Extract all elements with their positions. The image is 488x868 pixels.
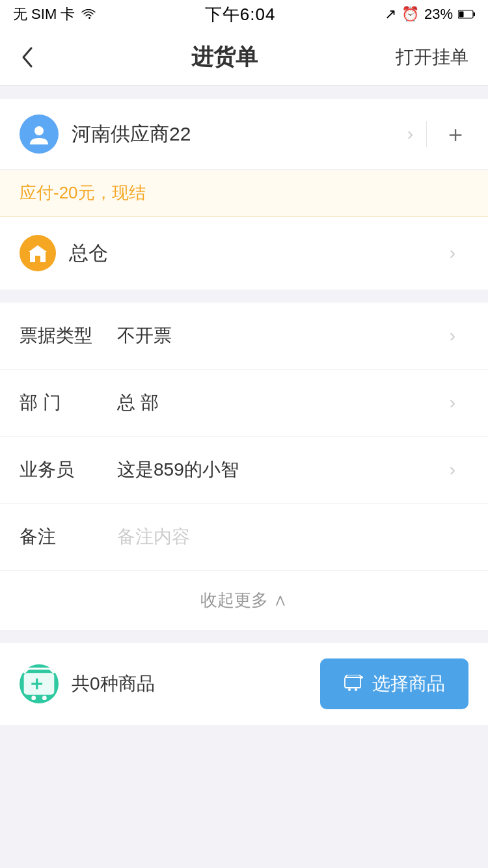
svg-point-16 [355, 688, 357, 691]
salesperson-value: 这是859的小智 [98, 457, 450, 482]
supplier-chevron-icon: › [407, 124, 413, 144]
supplier-section: 河南供应商22 › ＋ 应付-20元，现结 总仓 › [0, 99, 488, 290]
nav-title: 进货单 [59, 42, 390, 72]
invoice-type-row[interactable]: 票据类型 不开票 › [0, 303, 488, 370]
open-pending-button[interactable]: 打开挂单 [390, 45, 468, 70]
cart-plus-icon [344, 675, 364, 693]
notice-banner: 应付-20元，现结 [0, 170, 488, 217]
svg-rect-6 [35, 256, 40, 262]
svg-point-3 [34, 126, 44, 135]
location-icon: ↗ [385, 6, 396, 23]
department-row[interactable]: 部 门 总 部 › [0, 370, 488, 437]
select-goods-label: 选择商品 [372, 671, 445, 696]
collapse-row[interactable]: 收起更多 ∧ [0, 571, 488, 630]
svg-point-9 [42, 696, 47, 700]
svg-point-15 [348, 688, 351, 691]
select-goods-button[interactable]: 选择商品 [320, 658, 468, 709]
section-gap-2 [0, 290, 488, 303]
supplier-avatar [20, 115, 59, 154]
svg-rect-1 [474, 12, 476, 16]
department-label: 部 门 [20, 390, 98, 415]
product-count: 共0种商品 [72, 671, 320, 696]
salesperson-label: 业务员 [20, 457, 98, 482]
section-gap-1 [0, 86, 488, 99]
remark-label: 备注 [20, 524, 98, 549]
warehouse-name: 总仓 [69, 240, 450, 267]
wifi-icon [81, 9, 96, 20]
nav-bar: 进货单 打开挂单 [0, 29, 488, 86]
status-bar: 无 SIM 卡 下午6:04 ↗ ⏰ 23% [0, 0, 488, 29]
invoice-type-label: 票据类型 [20, 323, 98, 348]
back-button[interactable] [20, 44, 59, 70]
alarm-icon: ⏰ [401, 6, 419, 23]
product-cart-icon [20, 664, 59, 703]
vertical-divider [426, 121, 427, 147]
battery-text: 23% [424, 6, 453, 23]
warehouse-icon [20, 235, 56, 271]
invoice-type-chevron-icon: › [450, 325, 455, 346]
battery-icon [458, 10, 475, 19]
svg-rect-12 [345, 677, 360, 688]
department-value: 总 部 [98, 390, 450, 415]
warehouse-row[interactable]: 总仓 › [0, 217, 488, 290]
status-left: 无 SIM 卡 [13, 5, 96, 24]
form-section: 票据类型 不开票 › 部 门 总 部 › 业务员 这是859的小智 › 备注 备… [0, 303, 488, 630]
carrier-text: 无 SIM 卡 [13, 5, 75, 24]
add-supplier-button[interactable]: ＋ [442, 118, 468, 150]
salesperson-chevron-icon: › [450, 459, 455, 480]
warehouse-chevron-icon: › [450, 243, 455, 264]
remark-row[interactable]: 备注 备注内容 [0, 504, 488, 571]
invoice-type-value: 不开票 [98, 323, 450, 348]
notice-text: 应付-20元，现结 [20, 183, 146, 202]
supplier-name[interactable]: 河南供应商22 [72, 121, 407, 148]
svg-rect-2 [459, 12, 464, 18]
status-right: ↗ ⏰ 23% [385, 6, 475, 23]
product-bar: 共0种商品 选择商品 [0, 643, 488, 725]
department-chevron-icon: › [450, 392, 455, 413]
svg-point-8 [31, 696, 36, 700]
remark-input[interactable]: 备注内容 [98, 524, 468, 549]
svg-marker-5 [29, 245, 47, 252]
bottom-fill [0, 725, 488, 868]
status-time: 下午6:04 [205, 3, 276, 26]
section-gap-3 [0, 630, 488, 643]
salesperson-row[interactable]: 业务员 这是859的小智 › [0, 437, 488, 504]
collapse-label: 收起更多 ∧ [200, 589, 287, 612]
supplier-row: 河南供应商22 › ＋ [0, 99, 488, 170]
